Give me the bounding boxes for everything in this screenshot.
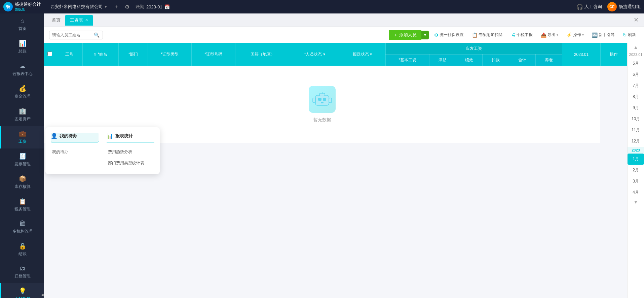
svg-rect-0 bbox=[315, 95, 329, 105]
company-selector[interactable]: 西安虾米网络科技有限公司 ▾ bbox=[50, 4, 107, 10]
add-person-dropdown-btn[interactable]: ▾ bbox=[421, 31, 429, 39]
sidebar-label-cloud: 云报表中心 bbox=[12, 71, 33, 77]
user-area[interactable]: CE 畅捷通组组 bbox=[607, 2, 641, 11]
month-2022-06[interactable]: 6月 bbox=[628, 69, 644, 80]
header-cert-type: *证型类型 bbox=[148, 43, 192, 66]
month-2022-07[interactable]: 7月 bbox=[628, 80, 644, 91]
export-chevron-icon: ▾ bbox=[557, 33, 558, 37]
new-guide-icon: 🆕 bbox=[592, 32, 598, 38]
sidebar-item-multi[interactable]: 🏛 多机构管理 bbox=[0, 216, 44, 238]
operate-label: 操作 bbox=[573, 32, 581, 38]
export-btn[interactable]: 📤 导出 ▾ bbox=[538, 31, 561, 39]
special-deduct-btn[interactable]: 📋 专项附加扣除 bbox=[469, 31, 505, 39]
popup-item-dept-cost[interactable]: 部门费用类型统计表 bbox=[107, 158, 154, 169]
svg-rect-3 bbox=[321, 102, 324, 103]
search-input[interactable] bbox=[52, 33, 92, 37]
refresh-label: 刷新 bbox=[628, 32, 636, 38]
social-insurance-btn[interactable]: ⚙ 统一社保设置 bbox=[431, 31, 466, 39]
user-avatar: CE bbox=[607, 2, 617, 11]
month-2022-08[interactable]: 8月 bbox=[628, 91, 644, 102]
sidebar-label-tax: 税务管理 bbox=[14, 206, 31, 212]
month-2022-10[interactable]: 10月 bbox=[628, 113, 644, 125]
svg-rect-7 bbox=[329, 98, 332, 103]
operate-btn[interactable]: ⚡ 操作 ▾ bbox=[564, 31, 586, 39]
sidebar-label-archive: 归档管理 bbox=[14, 273, 31, 279]
add-person-btn[interactable]: ＋ 添加人员 bbox=[389, 30, 421, 40]
add-person-btn-group: ＋ 添加人员 ▾ bbox=[389, 30, 429, 40]
month-2022-12[interactable]: 12月 bbox=[628, 136, 644, 147]
sidebar-label-assets: 固定资产 bbox=[14, 116, 31, 122]
calendar-icon[interactable]: 📅 bbox=[164, 4, 170, 9]
svg-rect-1 bbox=[318, 98, 321, 101]
logo-initial: 畅 bbox=[6, 4, 10, 10]
select-all-checkbox[interactable] bbox=[47, 52, 52, 56]
logo-icon: 畅 bbox=[3, 2, 13, 11]
sidebar-label-invoice: 发票管理 bbox=[14, 161, 31, 167]
month-nav-down-btn[interactable]: ▼ bbox=[628, 198, 644, 206]
month-2022-05[interactable]: 5月 bbox=[628, 58, 644, 69]
tab-salary-close-icon[interactable]: ✕ bbox=[85, 18, 88, 22]
archive-icon: 🗂 bbox=[20, 265, 26, 272]
robot-svg bbox=[312, 89, 332, 109]
popup-section-title-todo: 👤 我的待办 bbox=[51, 133, 99, 142]
sidebar-item-cloud[interactable]: ☁ 云报表中心 bbox=[0, 58, 44, 81]
sidebar-item-home[interactable]: ⌂ 首页 bbox=[0, 13, 44, 36]
sidebar-item-salary[interactable]: 💼 工资 bbox=[0, 126, 44, 148]
personal-tax-icon: 🖨 bbox=[511, 32, 516, 38]
social-insurance-label: 统一社保设置 bbox=[440, 32, 464, 38]
sidebar-item-inventory[interactable]: 📦 库存核算 bbox=[0, 171, 44, 194]
month-2023-03[interactable]: 3月 bbox=[628, 176, 644, 187]
tab-home[interactable]: 首页 bbox=[47, 15, 65, 26]
popup-menu: 👤 我的待办 我的待办 📊 报表统计 费用趋势分析 部门费用类型统计表 bbox=[45, 127, 160, 174]
month-2023-04[interactable]: 4月 bbox=[628, 187, 644, 198]
ledger-icon: 📊 bbox=[19, 40, 26, 47]
sidebar-item-tax[interactable]: 📋 税务管理 bbox=[0, 194, 44, 216]
sidebar-item-ledger[interactable]: 📊 总账 bbox=[0, 36, 44, 58]
refresh-icon: ↻ bbox=[623, 32, 627, 38]
personal-tax-btn[interactable]: 🖨 个税申报 bbox=[508, 31, 535, 39]
personal-tax-label: 个税申报 bbox=[517, 32, 533, 38]
settings-icon-btn[interactable]: ⚙ bbox=[123, 2, 131, 11]
month-nav-up-btn[interactable]: ▲ bbox=[628, 43, 644, 51]
sidebar-item-invoice[interactable]: 🧾 发票管理 bbox=[0, 148, 44, 171]
month-2023-01[interactable]: 1月 bbox=[628, 154, 644, 165]
social-insurance-icon: ⚙ bbox=[434, 32, 439, 38]
window-close-btn[interactable]: ✕ bbox=[634, 16, 639, 24]
popup-col-todo: 👤 我的待办 我的待办 bbox=[51, 133, 99, 169]
search-icon-btn[interactable]: 🔍 bbox=[94, 32, 100, 38]
multi-icon: 🏛 bbox=[20, 220, 26, 227]
refresh-btn[interactable]: ↻ 刷新 bbox=[620, 31, 639, 39]
header-name: ⇅ *姓名 bbox=[82, 43, 118, 66]
sidebar-item-close[interactable]: 🔒 结账 bbox=[0, 238, 44, 261]
sidebar-item-funds[interactable]: 💰 资金管理 bbox=[0, 81, 44, 103]
svg-rect-5 bbox=[322, 92, 323, 94]
month-2022-09[interactable]: 9月 bbox=[628, 102, 644, 113]
app-name: 畅捷通好会计 bbox=[15, 2, 41, 7]
header-right: 🎧 人工咨询 CE 畅捷通组组 bbox=[576, 2, 641, 11]
header-dept: *部门 bbox=[118, 43, 148, 66]
new-guide-btn[interactable]: 🆕 新手引导 bbox=[589, 31, 617, 39]
popup-section-title-report: 📊 报表统计 bbox=[107, 133, 154, 142]
month-2022-11[interactable]: 11月 bbox=[628, 125, 644, 136]
add-button[interactable]: ＋ bbox=[113, 2, 121, 12]
empty-text: 暂无数据 bbox=[313, 117, 331, 123]
tab-bar: 首页 工资表 ✕ ✕ bbox=[44, 13, 644, 27]
month-2023-02[interactable]: 2月 bbox=[628, 165, 644, 176]
tab-salary-table[interactable]: 工资表 ✕ bbox=[65, 15, 93, 26]
sidebar-item-archive[interactable]: 🗂 归档管理 bbox=[0, 261, 44, 283]
header-emp-id: 工号 bbox=[56, 43, 82, 66]
sidebar-label-inventory: 库存核算 bbox=[14, 184, 31, 190]
popup-item-todo[interactable]: 我的待办 bbox=[51, 146, 99, 158]
filter-icon-report[interactable]: ▾ bbox=[370, 52, 372, 57]
sidebar-label-ledger: 总账 bbox=[18, 48, 27, 54]
service-btn[interactable]: 🎧 人工咨询 bbox=[576, 4, 602, 10]
filter-icon-person[interactable]: ▾ bbox=[323, 52, 325, 57]
header-allowance: 津贴 bbox=[429, 55, 456, 66]
header-action: 操作 bbox=[600, 43, 627, 66]
popup-item-cost-trend[interactable]: 费用趋势分析 bbox=[107, 146, 154, 158]
sidebar-item-assets[interactable]: 🏢 固定资产 bbox=[0, 103, 44, 126]
month-panel: ▲ 2023.01 5月 6月 7月 8月 9月 10月 11月 12月 202… bbox=[627, 43, 644, 298]
export-label: 导出 bbox=[547, 32, 556, 38]
sidebar-item-xiao[interactable]: 💡 小畅报销 ◀ bbox=[0, 283, 44, 298]
sidebar-label-home: 首页 bbox=[18, 26, 27, 32]
